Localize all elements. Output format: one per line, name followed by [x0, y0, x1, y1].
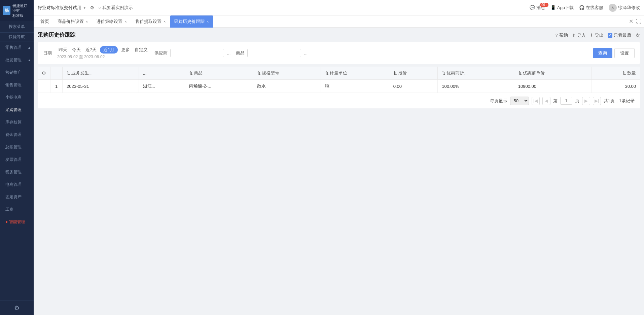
th-more[interactable]: ...	[139, 67, 185, 80]
tab-maximize-icon[interactable]: ⛶	[636, 19, 641, 25]
export-button[interactable]: ⬇ 导出	[590, 32, 604, 38]
only-last-checkbox[interactable]: ✓	[608, 33, 612, 38]
tab-close-window-icon[interactable]: ✕	[629, 18, 633, 25]
sidebar-item-ecom[interactable]: 电商管理	[0, 178, 34, 191]
tab-strategy[interactable]: 进价策略设置 ×	[92, 15, 131, 28]
import-button[interactable]: ⬆ 导入	[572, 32, 586, 38]
table-gear-icon[interactable]: ⚙	[42, 70, 46, 76]
only-last-checkbox-group[interactable]: ✓ 只看最后一次	[608, 32, 640, 38]
th-before-discount[interactable]: ⇅ 优惠前单价	[514, 67, 592, 80]
edition-label: 好业财标准版交付试用	[38, 5, 81, 11]
sidebar-item-tax[interactable]: 税务管理	[0, 166, 34, 178]
date-more[interactable]: 更多	[120, 46, 131, 54]
sidebar-item-sales[interactable]: 销售管理	[0, 79, 34, 91]
date-last7[interactable]: 近7天	[84, 46, 98, 54]
sidebar-logo: 畅 畅捷通好业财 标准版	[0, 0, 34, 21]
sidebar-item-assets[interactable]: 固定资产	[0, 191, 34, 203]
logo-text: 畅捷通好业财 标准版	[12, 3, 31, 18]
message-badge: 99+	[540, 3, 548, 7]
topbar-settings-icon[interactable]: ⚙	[90, 5, 94, 11]
product-more-icon[interactable]: ...	[304, 50, 308, 56]
sidebar-item-capital[interactable]: 资金管理	[0, 129, 34, 141]
sidebar-item-retail[interactable]: 零售管理 ▲	[0, 41, 34, 54]
tabsbar-actions: ✕ ⛶	[629, 18, 641, 25]
sidebar-search[interactable]: 搜索菜单	[0, 21, 34, 33]
supplier-more-icon[interactable]: ...	[227, 50, 230, 56]
sidebar-nav-section: 零售管理 ▲ 批发管理 ▲ 营销推广 销售管理 小畅电商 采购管理 库存核算 资…	[0, 41, 34, 301]
tab-strategy-close-icon[interactable]: ×	[124, 20, 127, 24]
user-menu[interactable]: 人 徐泽华修改	[609, 4, 640, 12]
sidebar-item-ecom-small[interactable]: 小畅电商	[0, 91, 34, 104]
page-next-button[interactable]: ▶	[582, 97, 590, 105]
sidebar-item-ledger[interactable]: 总账管理	[0, 141, 34, 153]
tab-price[interactable]: 商品价格设置 ×	[53, 15, 92, 28]
product-input[interactable]	[247, 49, 301, 57]
date-shortcuts-list: 昨天 今天 近7天 近1月 更多 自定义	[57, 46, 149, 54]
date-range-text: 2023-05-02 至 2023-06-02	[57, 54, 149, 60]
sidebar-item-purchase[interactable]: 采购管理	[0, 104, 34, 116]
edition-selector[interactable]: 好业财标准版交付试用 ▾	[38, 5, 86, 11]
page-title: 采购历史价跟踪	[38, 32, 75, 39]
sidebar-item-smart[interactable]: ● 智能管理	[0, 216, 34, 228]
sidebar-item-salary[interactable]: 工资	[0, 203, 34, 216]
sidebar-item-inventory[interactable]: 库存核算	[0, 116, 34, 129]
date-custom[interactable]: 自定义	[133, 46, 149, 54]
th-qty[interactable]: ⇅ 数量	[592, 67, 640, 80]
query-button[interactable]: 查询	[593, 48, 612, 58]
th-seq	[50, 67, 63, 80]
cell-date: 2023-05-31	[63, 80, 139, 93]
pagination-summary: 共1页，1条记录	[604, 98, 635, 104]
tab-price-close-icon[interactable]: ×	[86, 20, 88, 24]
th-date[interactable]: ⇅ 业务发生...	[63, 67, 139, 80]
supplier-label: 供应商	[154, 50, 168, 56]
table-body: 1 2023-05-31 浙江... 丙烯酸-2-... 散水 吨 0.00 1…	[38, 80, 640, 93]
supplier-input[interactable]	[170, 49, 224, 57]
settings-button[interactable]: 设置	[614, 48, 635, 58]
tab-history-price-close-icon[interactable]: ×	[207, 20, 209, 24]
sidebar-item-invoice[interactable]: 发票管理	[0, 153, 34, 166]
th-spec[interactable]: ⇅ 规格型号	[253, 67, 321, 80]
cell-gear	[38, 80, 50, 93]
service-button[interactable]: 🎧 在线客服	[579, 5, 603, 11]
th-gear[interactable]: ⚙	[38, 67, 50, 80]
date-filter-label: 日期	[43, 50, 52, 56]
th-product[interactable]: ⇅ 商品	[185, 67, 253, 80]
message-button[interactable]: 💬 消息 99+	[530, 5, 545, 11]
sidebar-quick-nav[interactable]: 快捷导航	[0, 33, 34, 41]
cell-before-discount: 10900.00	[514, 80, 592, 93]
page-number-input[interactable]	[560, 97, 572, 105]
sidebar-item-wholesale[interactable]: 批发管理 ▲	[0, 54, 34, 66]
th-price[interactable]: ⇅ 报价	[389, 67, 438, 80]
sidebar-item-marketing[interactable]: 营销推广	[0, 66, 34, 79]
product-filter-group: 商品 ...	[236, 49, 308, 57]
table-row: 1 2023-05-31 浙江... 丙烯酸-2-... 散水 吨 0.00 1…	[38, 80, 640, 93]
date-yesterday[interactable]: 昨天	[57, 46, 69, 54]
per-page-label: 每页显示	[490, 98, 507, 104]
page-first-button[interactable]: |◀	[532, 97, 540, 105]
table-container: ⚙ ⇅ 业务发生... ...	[38, 67, 640, 108]
help-button[interactable]: ? 帮助	[556, 32, 568, 38]
date-today[interactable]: 今天	[71, 46, 82, 54]
tab-history-price[interactable]: 采购历史价跟踪 ×	[170, 15, 213, 28]
tabs-bar: 首页 商品价格设置 × 进价策略设置 × 售价提取设置 × 采购历史价跟踪 × …	[34, 15, 644, 28]
th-unit[interactable]: ⇅ 计量单位	[321, 67, 389, 80]
date-last1m[interactable]: 近1月	[100, 46, 118, 54]
th-discount[interactable]: ⇅ 优惠前折...	[438, 67, 514, 80]
app-download-button[interactable]: 📱 App下载	[550, 5, 574, 11]
tab-sale-price-close-icon[interactable]: ×	[164, 20, 166, 24]
tab-sale-price[interactable]: 售价提取设置 ×	[131, 15, 170, 28]
page-prev-button[interactable]: ◀	[542, 97, 550, 105]
cell-price: 0.00	[389, 80, 438, 93]
avatar: 人	[609, 4, 617, 12]
sidebar-settings-icon[interactable]: ⚙	[0, 301, 34, 315]
cell-spec: 散水	[253, 80, 321, 93]
filter-actions: 查询 设置	[593, 48, 635, 58]
data-table: ⚙ ⇅ 业务发生... ...	[38, 67, 640, 93]
per-page-select[interactable]: 50 100 200	[510, 97, 529, 105]
page-last-button[interactable]: ▶|	[593, 97, 601, 105]
demo-button[interactable]: ○ 我要看实例演示	[98, 5, 133, 11]
tab-home[interactable]: 首页	[36, 15, 53, 28]
app-icon: 📱	[550, 5, 556, 10]
filter-row: 日期 昨天 今天 近7天 近1月 更多 自定义 2023-05-02 至 202…	[43, 46, 635, 60]
logo-icon: 畅	[3, 6, 10, 15]
